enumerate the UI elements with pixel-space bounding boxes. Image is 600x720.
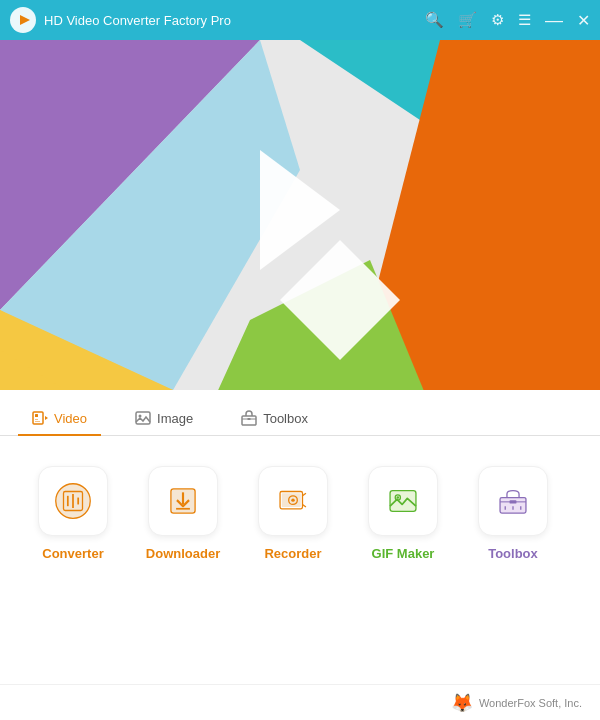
converter-icon xyxy=(54,482,92,520)
bottom-panel: Video Image Toolbox xyxy=(0,390,600,720)
svg-point-37 xyxy=(397,496,400,499)
downloader-icon-wrap xyxy=(148,466,218,536)
video-tab-label: Video xyxy=(54,411,87,426)
downloader-label: Downloader xyxy=(146,546,220,561)
converter-icon-wrap xyxy=(38,466,108,536)
minimize-icon[interactable]: — xyxy=(545,11,563,29)
downloader-icon xyxy=(164,482,202,520)
svg-rect-40 xyxy=(510,500,517,503)
hero-background xyxy=(0,40,600,430)
image-tab-icon xyxy=(135,410,151,426)
recorder-icon xyxy=(274,482,312,520)
svg-rect-11 xyxy=(33,412,43,424)
hero-banner xyxy=(0,40,600,430)
tools-grid: Converter Downloader xyxy=(0,436,600,591)
titlebar: HD Video Converter Factory Pro 🔍 🛒 ⚙ ☰ —… xyxy=(0,0,600,40)
image-tab-label: Image xyxy=(157,411,193,426)
tab-toolbox[interactable]: Toolbox xyxy=(227,402,322,436)
svg-rect-16 xyxy=(136,412,150,424)
toolbox-tab-label: Toolbox xyxy=(263,411,308,426)
svg-rect-20 xyxy=(248,418,251,420)
menu-icon[interactable]: ☰ xyxy=(518,11,531,29)
converter-tool[interactable]: Converter xyxy=(18,456,128,571)
brand-text: WonderFox Soft, Inc. xyxy=(479,697,582,709)
search-icon[interactable]: 🔍 xyxy=(425,11,444,29)
cart-icon[interactable]: 🛒 xyxy=(458,11,477,29)
svg-rect-18 xyxy=(242,416,256,425)
recorder-icon-wrap xyxy=(258,466,328,536)
category-tabs: Video Image Toolbox xyxy=(0,390,600,436)
toolbox-icon-wrap xyxy=(478,466,548,536)
app-title: HD Video Converter Factory Pro xyxy=(44,13,425,28)
recorder-tool[interactable]: Recorder xyxy=(238,456,348,571)
toolbox-label: Toolbox xyxy=(488,546,538,561)
tab-image[interactable]: Image xyxy=(121,402,207,436)
close-icon[interactable]: ✕ xyxy=(577,11,590,30)
svg-rect-38 xyxy=(500,498,526,514)
gif-maker-label: GIF Maker xyxy=(372,546,435,561)
gif-maker-icon-wrap xyxy=(368,466,438,536)
toolbox-tool[interactable]: Toolbox xyxy=(458,456,568,571)
fox-icon: 🦊 xyxy=(451,692,473,714)
recorder-label: Recorder xyxy=(264,546,321,561)
svg-marker-15 xyxy=(45,416,48,420)
svg-rect-12 xyxy=(35,414,38,417)
svg-point-32 xyxy=(291,498,294,501)
tab-video[interactable]: Video xyxy=(18,402,101,436)
titlebar-controls: 🔍 🛒 ⚙ ☰ — ✕ xyxy=(425,11,590,30)
settings-icon[interactable]: ⚙ xyxy=(491,11,504,29)
toolbox-icon xyxy=(494,482,532,520)
downloader-tool[interactable]: Downloader xyxy=(128,456,238,571)
converter-label: Converter xyxy=(42,546,103,561)
gif-maker-tool[interactable]: GIF Maker xyxy=(348,456,458,571)
svg-rect-35 xyxy=(390,491,416,512)
toolbox-tab-icon xyxy=(241,410,257,426)
svg-rect-13 xyxy=(35,419,38,420)
video-tab-icon xyxy=(32,410,48,426)
svg-rect-14 xyxy=(35,421,40,422)
app-logo xyxy=(10,7,36,33)
footer: 🦊 WonderFox Soft, Inc. xyxy=(0,684,600,720)
gif-maker-icon xyxy=(384,482,422,520)
